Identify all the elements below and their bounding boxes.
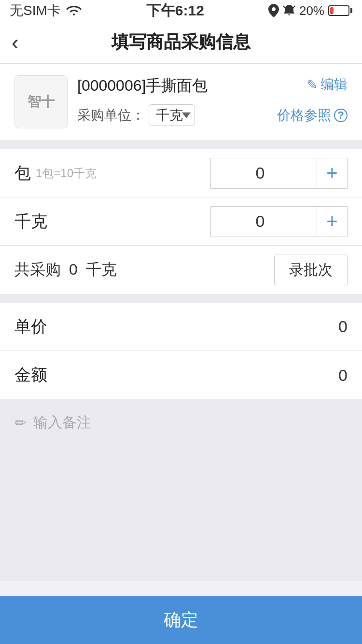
kg-input-wrap: + (210, 206, 348, 237)
summary-unit: 千克 (86, 261, 117, 278)
amount-value: 0 (338, 366, 348, 385)
note-icon: ✏ (14, 414, 27, 431)
price-ref-label: 价格参照 (277, 106, 331, 125)
edit-button[interactable]: ✎ 编辑 (306, 75, 348, 94)
unit-select[interactable]: 千克 (149, 104, 195, 126)
kg-input-row: 千克 + (0, 197, 362, 246)
content-background (0, 446, 362, 581)
product-info: [0000006]手撕面包 ✎ 编辑 采购单位： 千克 价格参照 ? (77, 75, 348, 126)
amount-label: 金额 (14, 364, 47, 386)
product-header: [0000006]手撕面包 ✎ 编辑 (77, 75, 348, 97)
edit-label: 编辑 (320, 75, 348, 94)
product-name: [0000006]手撕面包 (77, 75, 306, 97)
edit-icon: ✎ (306, 77, 318, 93)
price-ref-button[interactable]: 价格参照 ? (277, 106, 348, 125)
bag-input-row: 包 1包=10千克 + (0, 149, 362, 197)
page-title: 填写商品采购信息 (111, 30, 251, 54)
summary-prefix: 共采购 (14, 261, 61, 278)
battery-percent: 20% (299, 3, 324, 18)
bag-label: 包 (14, 162, 31, 184)
kg-label: 千克 (14, 210, 47, 233)
section-divider-2 (0, 294, 362, 303)
record-batch-button[interactable]: 录批次 (274, 254, 348, 286)
kg-plus-button[interactable]: + (317, 206, 348, 237)
status-time: 下午6:12 (146, 1, 204, 21)
product-image: 智十 (14, 75, 68, 128)
unit-label: 采购单位： (77, 106, 145, 125)
back-button[interactable]: ‹ (12, 32, 19, 53)
alarm-icon (283, 4, 295, 17)
status-left: 无SIM卡 (10, 1, 82, 20)
nav-bar: ‹ 填写商品采购信息 (0, 21, 362, 64)
kg-input[interactable] (210, 206, 317, 237)
battery-icon (328, 5, 352, 16)
unit-price-value: 0 (338, 317, 348, 336)
product-logo: 智十 (28, 93, 55, 111)
summary-text: 共采购 0 千克 (14, 259, 117, 280)
price-section: 单价 0 金额 0 (0, 303, 362, 399)
summary-row: 共采购 0 千克 录批次 (0, 246, 362, 294)
bag-input-wrap: + (210, 158, 348, 189)
wifi-icon (66, 5, 82, 16)
amount-row: 金额 0 (0, 351, 362, 399)
summary-quantity: 0 (69, 261, 78, 278)
unit-price-label: 单价 (14, 316, 47, 338)
bag-sublabel: 1包=10千克 (36, 166, 210, 181)
unit-row: 采购单位： 千克 价格参照 ? (77, 104, 348, 126)
bag-plus-button[interactable]: + (317, 158, 348, 189)
note-placeholder: 输入备注 (33, 413, 91, 433)
note-section[interactable]: ✏ 输入备注 (0, 399, 362, 446)
input-section: 包 1包=10千克 + 千克 + (0, 149, 362, 246)
carrier-text: 无SIM卡 (10, 1, 61, 20)
status-bar: 无SIM卡 下午6:12 20% (0, 0, 362, 21)
status-right: 20% (268, 3, 352, 18)
confirm-button[interactable]: 确定 (0, 596, 362, 644)
bag-input[interactable] (210, 158, 317, 189)
confirm-label: 确定 (164, 608, 198, 632)
price-ref-icon: ? (334, 109, 348, 122)
location-icon (268, 4, 279, 17)
unit-price-row: 单价 0 (0, 303, 362, 351)
section-divider-1 (0, 140, 362, 149)
product-card: 智十 [0000006]手撕面包 ✎ 编辑 采购单位： 千克 价格参照 ? (0, 64, 362, 140)
